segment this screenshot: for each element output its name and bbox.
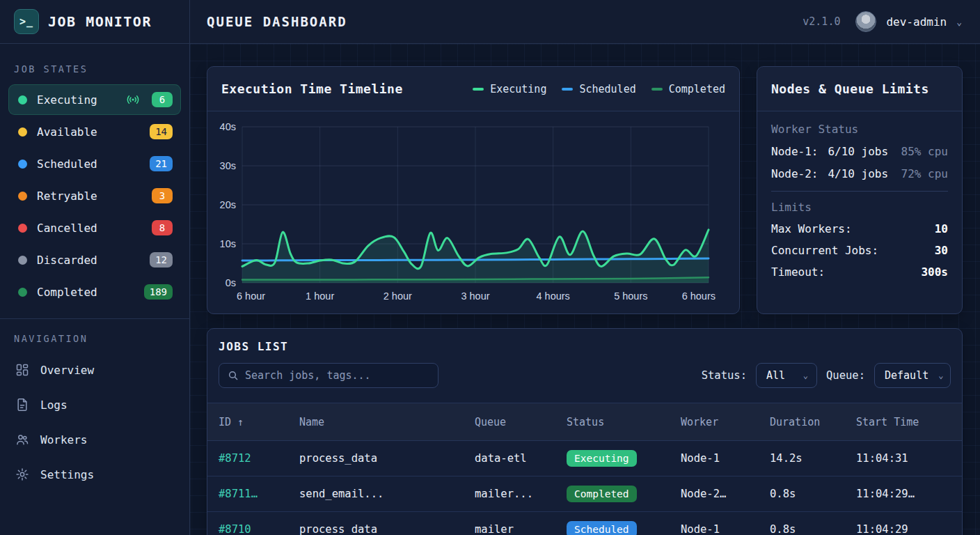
sidebar-item-settings[interactable]: Settings [0,457,189,492]
svg-text:10s: 10s [220,238,236,249]
nodes-title: Nodes & Queue Limits [771,82,929,96]
workers-list: Node-1:6/10 jobs85% cpuNode-2:4/10 jobs7… [771,145,948,180]
limits-list: Max Workers:10Concurrent Jobs:30Timeout:… [771,222,948,279]
job-duration: 14.2s [770,452,856,465]
worker-cpu: 72% cpu [901,167,948,180]
main-content: Execution Time Timeline ExecutingSchedul… [190,44,980,535]
worker-status-heading: Worker Status [771,123,948,136]
topbar: >_ JOB MONITOR QUEUE DASHBOARD v2.1.0 de… [0,0,980,44]
job-start-time: 11:04:31 [856,452,962,465]
job-queue: mailer... [475,488,567,500]
topbar-right: v2.1.0 dev-admin ⌄ [803,11,980,32]
nodes-body: Worker Status Node-1:6/10 jobs85% cpuNod… [757,111,962,290]
chevron-down-icon: ⌄ [803,371,808,380]
status-filter-select[interactable]: All ⌄ [756,363,817,388]
status-badge: Completed [567,486,637,503]
sidebar-state-completed[interactable]: Completed189 [8,277,181,307]
svg-text:0s: 0s [226,277,236,288]
state-count-badge: 8 [152,220,173,235]
status-dot [18,95,27,104]
gear-icon [15,467,29,481]
jobs-card-header: JOBS LIST Status: All ⌄ Queue: [207,329,962,388]
svg-text:4 hours: 4 hours [536,290,569,302]
state-label: Retryable [37,189,142,203]
queue-filter-value: Default [885,369,928,382]
svg-text:5 hours: 5 hours [614,290,647,302]
col-header-id[interactable]: ID ↑ [219,416,299,428]
status-filter-value: All [766,369,785,382]
job-worker: Node-2… [681,488,770,500]
jobs-table-body: #8712process_datadata-etlExecutingNode-1… [207,441,962,535]
version-label: v2.1.0 [803,15,840,28]
sidebar-item-logs[interactable]: Logs [0,387,189,422]
sidebar-state-retryable[interactable]: Retryable3 [8,180,181,211]
col-header-worker: Worker [681,416,770,428]
timeline-chart: 0s10s20s30s40s6 hour1 hour2 hour3 hour4 … [207,111,739,315]
sidebar-state-available[interactable]: Available14 [8,116,181,147]
col-header-start-time: Start Time [856,416,962,428]
user-menu[interactable]: dev-admin [886,15,947,29]
state-count-badge: 14 [150,124,173,139]
svg-text:20s: 20s [220,199,236,210]
chevron-down-icon[interactable]: ⌄ [956,17,962,27]
job-name: process_data [299,452,475,465]
job-id-link[interactable]: #8712 [219,452,299,465]
state-count-badge: 21 [150,156,173,171]
sidebar-state-cancelled[interactable]: Cancelled8 [8,212,181,243]
job-id-link[interactable]: #8711… [219,488,299,500]
table-row[interactable]: #8712process_datadata-etlExecutingNode-1… [207,441,962,476]
state-count-badge: 3 [152,188,173,203]
state-count-badge: 189 [144,284,173,300]
status-dot [18,160,27,169]
job-duration: 0.8s [770,488,856,500]
search-input[interactable] [245,369,429,382]
table-row[interactable]: #8711…send_email...mailer...CompletedNod… [207,476,962,512]
chevron-down-icon: ⌄ [938,371,943,380]
sidebar-state-executing[interactable]: Executing6 [8,84,181,115]
col-header-duration: Duration [770,416,856,428]
col-header-queue: Queue [475,416,567,428]
legend-label: Scheduled [579,83,635,95]
sidebar-state-scheduled[interactable]: Scheduled21 [8,148,181,179]
svg-text:3 hour: 3 hour [461,290,489,302]
jobs-toolbar: Status: All ⌄ Queue: Default ⌄ [219,363,951,388]
avatar[interactable] [855,11,876,32]
state-label: Discarded [37,254,140,267]
nav-label: Workers [40,433,87,447]
jobs-table: ID ↑NameQueueStatusWorkerDurationStart T… [207,403,962,535]
limit-row: Timeout:300s [771,265,948,279]
status-dot [18,192,27,201]
nodes-card: Nodes & Queue Limits Worker Status Node-… [757,66,963,314]
search-box[interactable] [219,363,438,388]
limit-value: 30 [935,244,948,257]
job-worker: Node-1 [681,523,770,535]
queue-filter-select[interactable]: Default ⌄ [874,363,951,388]
svg-text:1 hour: 1 hour [306,290,334,302]
limit-value: 300s [921,265,948,279]
limits-heading: Limits [771,201,948,214]
sidebar-state-discarded[interactable]: Discarded12 [8,245,181,275]
limit-label: Max Workers: [771,222,852,235]
table-row[interactable]: #8710process_datamailerScheduledNode-10.… [207,512,962,535]
worker-jobs: 6/10 jobs [828,145,888,158]
job-start-time: 11:04:29 [856,523,962,535]
sidebar-item-overview[interactable]: Overview [0,352,189,387]
svg-text:30s: 30s [220,160,236,171]
sidebar-item-workers[interactable]: Workers [0,422,189,457]
jobs-card: JOBS LIST Status: All ⌄ Queue: [207,328,963,535]
sidebar-divider [0,318,189,319]
jobs-table-header: ID ↑NameQueueStatusWorkerDurationStart T… [207,403,962,441]
limit-label: Timeout: [771,265,825,279]
job-duration: 0.8s [770,523,856,535]
job-id-link[interactable]: #8710 [219,523,299,535]
worker-jobs: 4/10 jobs [828,167,888,180]
nodes-card-header: Nodes & Queue Limits [757,67,962,111]
job-states-list: Executing6Available14Scheduled21Retryabl… [0,84,189,307]
legend-item-completed: Completed [651,83,725,95]
job-name: process_data [299,523,475,535]
page-title: QUEUE DASHBOARD [190,14,347,29]
status-dot [18,256,27,265]
worker-cpu: 85% cpu [901,145,948,158]
filters: Status: All ⌄ Queue: Default ⌄ [702,363,951,388]
brand: >_ JOB MONITOR [0,0,190,43]
